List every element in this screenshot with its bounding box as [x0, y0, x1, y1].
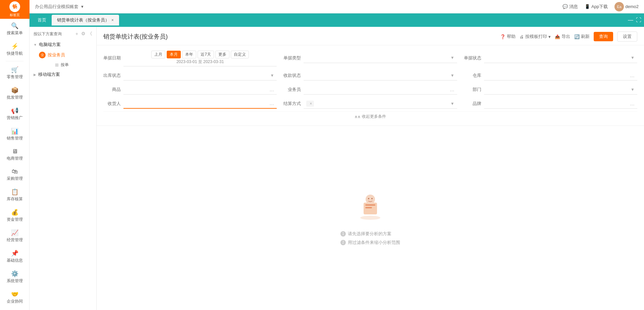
filter-doc-type: 单据类型 ▼ — [283, 49, 457, 66]
header-right: 💬 消息 📱 App下载 Ea demo2 — [562, 2, 639, 11]
tree-mobile[interactable]: ▶ 移动端方案 — [30, 69, 96, 80]
date-btn-more[interactable]: 更多 — [215, 51, 229, 58]
message-label: 消息 — [569, 4, 578, 10]
sidebar-item-inventory[interactable]: 📋 库存核算 — [0, 185, 29, 205]
date-btn-this-month[interactable]: 本月 — [167, 51, 181, 58]
filter-out-status: 出库状态 ▼ — [103, 70, 277, 81]
goods-content[interactable]: … — [123, 85, 277, 95]
sidebar-item-marketing-label: 营销推广 — [7, 115, 23, 121]
sidebar-item-basic[interactable]: 📌 基础信息 — [0, 246, 29, 267]
app-logo: 畅 标签页 — [0, 0, 30, 19]
page-header: 销货单统计表(按业务员) ❓ 帮助 🖨 按模板打印 ▾ 📤 导出 — [97, 27, 644, 45]
sidebar-item-ecommerce-label: 电商管理 — [7, 156, 23, 161]
finance-icon: 💰 — [11, 209, 18, 216]
sidebar-item-retail-label: 零售管理 — [7, 74, 23, 80]
sidebar-item-wholesale[interactable]: 📦 批发管理 — [0, 83, 29, 104]
tree-desktop-label: 电脑端方案 — [39, 42, 61, 48]
salesman-filter-label: 业务员 — [283, 87, 304, 93]
empty-state: 1 请先选择要分析的方案 2 用过滤条件来缩小分析范围 — [97, 126, 644, 310]
collapse-up-icon: ∧∧ — [355, 114, 361, 119]
sidebar-item-corp[interactable]: 🤝 企业协同 — [0, 287, 29, 308]
brand-dots[interactable]: … — [630, 101, 635, 106]
sidebar-item-operation[interactable]: 📈 经营管理 — [0, 226, 29, 246]
panel-icons: ＋ ⚙ 《 — [74, 31, 92, 37]
app-download-label: App下载 — [591, 4, 608, 10]
doc-type-content[interactable]: ▼ — [304, 53, 457, 63]
sidebar-item-sales[interactable]: 📊 销售管理 — [0, 124, 29, 145]
salesman-content[interactable]: … — [304, 85, 457, 95]
sidebar-item-marketing[interactable]: 📢 营销推广 — [0, 104, 29, 124]
tab-maximize-button[interactable]: ⛶ — [636, 17, 641, 23]
refresh-button[interactable]: 🔄 刷新 — [574, 34, 590, 40]
doc-status-content[interactable]: ▼ — [484, 53, 637, 63]
message-button[interactable]: 💬 消息 — [562, 4, 578, 10]
warehouse-dots[interactable]: … — [630, 73, 635, 78]
add-scheme-icon[interactable]: ＋ — [74, 31, 79, 37]
export-button[interactable]: 📤 导出 — [555, 34, 570, 40]
logo-icon: 畅 — [9, 1, 20, 12]
tab-close-button[interactable]: × — [111, 18, 114, 22]
date-btn-7days[interactable]: 近7天 — [198, 51, 214, 58]
sidebar-item-guide[interactable]: 🎯 新手引导 — [0, 308, 29, 310]
sidebar-item-basic-label: 基础信息 — [7, 258, 23, 263]
help-button[interactable]: ❓ 帮助 — [500, 34, 516, 40]
sales-icon: 📊 — [11, 127, 18, 135]
filter-brand: 品牌 … — [464, 99, 637, 109]
sidebar-item-system[interactable]: ⚙️ 系统管理 — [0, 267, 29, 287]
pay-status-arrow: ▼ — [450, 73, 454, 78]
print-dropdown-icon[interactable]: ▾ — [548, 34, 551, 39]
sidebar-item-purchase[interactable]: 🛍 采购管理 — [0, 165, 29, 185]
tree-desktop[interactable]: ▼ 电脑端方案 — [30, 40, 96, 50]
user-profile[interactable]: Ea demo2 — [614, 2, 639, 11]
consignee-dots[interactable]: … — [269, 101, 274, 106]
tab-report-label: 销货单统计表（按业务员） — [57, 17, 109, 23]
print-button[interactable]: 🖨 按模板打印 ▾ — [520, 34, 551, 40]
collapse-panel-icon[interactable]: 《 — [88, 31, 92, 37]
sidebar-item-retail[interactable]: 🛒 零售管理 — [0, 63, 29, 83]
pay-status-content[interactable]: ▼ — [304, 70, 457, 81]
sidebar-item-finance[interactable]: 💰 资金管理 — [0, 205, 29, 226]
sidebar: 畅 标签页 🔍 搜索菜单 ⚡ 快捷导航 🛒 零售管理 📦 批发管理 📢 营销推广… — [0, 0, 30, 310]
sidebar-item-quick-label: 快捷导航 — [7, 51, 23, 56]
brand-content[interactable]: … — [484, 99, 637, 109]
settlement-tag-close[interactable]: × — [310, 101, 312, 106]
query-button[interactable]: 查询 — [594, 32, 613, 41]
settlement-arrow[interactable]: ▼ — [450, 101, 454, 106]
ecommerce-icon: 🖥 — [12, 148, 18, 155]
out-status-content[interactable]: ▼ — [123, 70, 277, 81]
edit-scheme-icon[interactable]: ⚙ — [81, 31, 86, 37]
refresh-label: 刷新 — [581, 34, 590, 40]
refresh-icon: 🔄 — [574, 34, 580, 39]
sidebar-item-finance-label: 资金管理 — [7, 217, 23, 222]
header-dropdown-icon[interactable]: ▾ — [81, 4, 84, 9]
tab-report[interactable]: 销货单统计表（按业务员） × — [52, 15, 119, 25]
sidebar-item-search[interactable]: 🔍 搜索菜单 — [0, 19, 29, 39]
operation-icon: 📈 — [11, 229, 18, 237]
warehouse-content[interactable]: … — [484, 70, 637, 81]
tree-item-order[interactable]: ⊞ 按单 — [39, 60, 96, 69]
dept-content[interactable]: ▼ — [484, 85, 637, 95]
collapse-button[interactable]: ∧∧ 收起更多条件 — [103, 111, 637, 121]
sidebar-item-quick[interactable]: ⚡ 快捷导航 — [0, 39, 29, 60]
tab-home[interactable]: 首页 — [32, 15, 52, 25]
panel-header: 按以下方案查询 ＋ ⚙ 《 — [30, 31, 96, 40]
salesman-dots[interactable]: … — [450, 87, 454, 92]
tab-bar: 首页 销货单统计表（按业务员） × — ⛶ — [30, 13, 644, 27]
logo-sub: 标签页 — [10, 13, 20, 17]
settings-button[interactable]: 设置 — [617, 32, 637, 42]
sidebar-item-inventory-label: 库存核算 — [7, 196, 23, 202]
date-btn-last-month[interactable]: 上月 — [151, 51, 165, 58]
date-btn-this-year[interactable]: 本年 — [182, 51, 196, 58]
svg-rect-3 — [365, 207, 372, 208]
app-title: 办公用品行业模拟账套 — [35, 4, 78, 10]
tab-minimize-button[interactable]: — — [628, 17, 633, 23]
goods-dots[interactable]: … — [269, 87, 274, 92]
app-download-button[interactable]: 📱 App下载 — [585, 4, 608, 10]
sidebar-item-ecommerce[interactable]: 🖥 电商管理 — [0, 145, 29, 165]
date-btn-custom[interactable]: 自定义 — [231, 51, 249, 58]
tree-item-salesman[interactable]: 业 按业务员 — [39, 50, 96, 60]
main-content: 办公用品行业模拟账套 ▾ 💬 消息 📱 App下载 Ea demo2 首页 — [30, 0, 644, 310]
consignee-content[interactable]: … — [123, 99, 277, 109]
salesman-label: 按业务员 — [48, 52, 65, 58]
sidebar-nav: 🔍 搜索菜单 ⚡ 快捷导航 🛒 零售管理 📦 批发管理 📢 营销推广 📊 销售管… — [0, 19, 29, 310]
